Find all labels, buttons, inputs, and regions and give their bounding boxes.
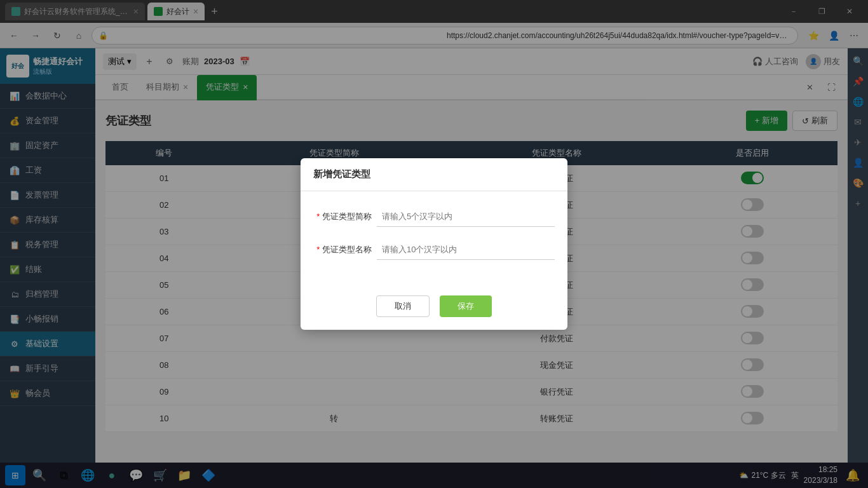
modal-header: 新增凭证类型	[301, 158, 567, 191]
modal-footer: 取消 保存	[301, 288, 567, 330]
modal-body: 凭证类型简称 凭证类型名称	[301, 191, 567, 288]
name-input[interactable]	[377, 240, 555, 260]
modal-title: 新增凭证类型	[313, 168, 370, 179]
abbr-label: 凭证类型简称	[313, 211, 377, 222]
add-voucher-type-modal: 新增凭证类型 凭证类型简称 凭证类型名称 取消 保存	[301, 158, 567, 330]
abbr-form-row: 凭证类型简称	[313, 207, 555, 227]
save-button[interactable]: 保存	[440, 295, 492, 317]
cancel-button[interactable]: 取消	[376, 295, 430, 317]
name-label: 凭证类型名称	[313, 244, 377, 255]
name-form-row: 凭证类型名称	[313, 240, 555, 260]
abbr-input[interactable]	[377, 207, 555, 227]
modal-overlay: 新增凭证类型 凭证类型简称 凭证类型名称 取消 保存	[0, 0, 868, 488]
